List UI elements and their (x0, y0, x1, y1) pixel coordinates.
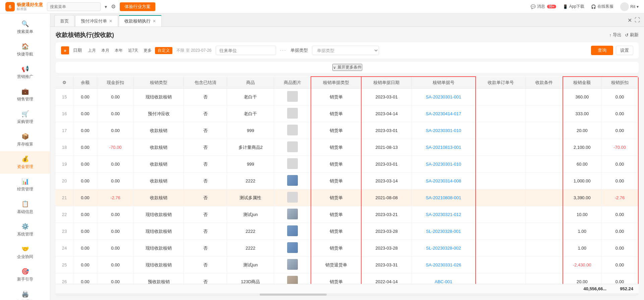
bill-date-cell: 2023-03-14 (361, 173, 411, 189)
logo-area: 6 畅捷通好生意 标准版 (5, 2, 43, 11)
include-settled-cell: 否 (184, 89, 227, 105)
custom-date-btn[interactable]: 自定义 (155, 47, 172, 54)
sidebar-item-corp-collab[interactable]: 🤝 企业协同 (0, 241, 50, 264)
this-month-btn[interactable]: 本月 (99, 47, 111, 54)
bill-no-link[interactable]: SA-20230301-001 (426, 94, 461, 99)
writeoff-discount-cell: 0.00 (601, 223, 638, 240)
goods-cell: 999 (227, 156, 274, 173)
beginner-icon: 🎯 (21, 268, 29, 275)
refresh-btn[interactable]: ↺ 刷新 (625, 32, 639, 38)
goods-cell: 测试jun (227, 206, 274, 223)
tab-collection[interactable]: 收款核销执行 ✕ (119, 15, 162, 27)
tab-prepay-close-icon[interactable]: ✕ (109, 19, 112, 24)
receipt-type-select[interactable]: 单据类型 (312, 46, 379, 55)
export-btn[interactable]: ↑ 导出 (609, 32, 622, 38)
export-icon: ↑ (609, 33, 612, 38)
sidebar-item-inventory[interactable]: 📦 库存核算 (0, 129, 50, 151)
settings-gear-btn[interactable]: ⚙ (111, 3, 116, 10)
include-settled-cell: 否 (184, 240, 227, 257)
bill-type-cell: 销货单 (311, 223, 361, 240)
bill-no-link[interactable]: SA-20210813-001 (426, 145, 461, 150)
sidebar-item-sales[interactable]: 💼 销售管理 (0, 84, 50, 106)
goods-img-cell (274, 89, 311, 105)
goods-img-cell (274, 189, 311, 206)
tab-close-all-btn[interactable]: ✕ (628, 17, 632, 23)
horizontal-scrollbar[interactable] (56, 293, 639, 296)
bill-no-link[interactable]: SL-20230328-001 (426, 229, 461, 234)
sidebar-item-base-info[interactable]: 📋 基础信息 (0, 196, 50, 219)
bill-no-link[interactable]: SA-20230314-008 (426, 178, 461, 183)
bill-no-link[interactable]: SL-20230328-002 (426, 246, 461, 251)
bill-no-link[interactable]: SA-20230301-010 (426, 162, 461, 167)
chevron-down-btn[interactable]: ▾ (105, 4, 107, 9)
sidebar-item-beginner[interactable]: 🎯 新手引导 (0, 264, 50, 286)
writeoff-amount-cell: 1.00 (563, 240, 601, 257)
bill-no-cell[interactable]: SA-20230301-001 (412, 89, 476, 105)
finance-icon: 💰 (21, 155, 29, 163)
writeoff-type-cell: 现结收款核销 (134, 223, 184, 240)
col-writeoff-amount: 核销金额 (563, 77, 601, 89)
bill-no-link[interactable]: SA-20230321-012 (426, 212, 461, 217)
tab-maximize-btn[interactable]: ⛶ (635, 17, 640, 23)
from-unit-input[interactable] (216, 46, 276, 55)
this-year-btn[interactable]: 本年 (113, 47, 125, 54)
app-download-item[interactable]: 📱 App下载 (563, 4, 584, 9)
sidebar-item-marketing[interactable]: 📢 营销推广 (0, 61, 50, 84)
sidebar-item-sys-mgmt[interactable]: ⚙️ 系统管理 (0, 219, 50, 241)
bill-no-link[interactable]: SA-20230331-026 (426, 262, 461, 267)
industry-solution-btn[interactable]: 体验行业方案 (120, 2, 155, 11)
goods-img-cell (274, 240, 311, 257)
bill-no-cell[interactable]: SA-20230414-017 (412, 105, 476, 122)
table-wrapper[interactable]: ⚙ 余额 现金折扣 核销类型 包含已结清 商品 商品图片 核销单据类型 核销单据… (56, 76, 639, 284)
top-search-input[interactable] (47, 2, 101, 11)
bill-no-cell[interactable]: SA-20210808-001 (412, 189, 476, 206)
writeoff-amount-cell: 333.00 (563, 105, 601, 122)
sidebar-item-search[interactable]: 🔍 搜索菜单 (0, 16, 50, 39)
cash-discount-cell: -70.00 (97, 139, 134, 156)
writeoff-discount-cell: -2.76 (601, 189, 638, 206)
bill-no-cell[interactable]: SA-20230321-012 (412, 206, 476, 223)
filter-collapse-btn[interactable]: » (61, 46, 69, 54)
col-writeoff-discount: 核销折扣 (601, 77, 638, 89)
writeoff-type-cell: 收款核销 (134, 139, 184, 156)
bill-no-cell[interactable]: SA-20230331-026 (412, 257, 476, 273)
last-month-btn[interactable]: 上月 (86, 47, 98, 54)
bill-no-cell[interactable]: ABC-001 (412, 273, 476, 284)
writeoff-discount-cell: 0.00 (601, 273, 638, 284)
sidebar-item-smart-hw[interactable]: 🖨️ 智能硬件 (0, 286, 50, 300)
filter-settings-btn[interactable]: 设置 (616, 46, 633, 55)
bill-no-cell[interactable]: SA-20230301-010 (412, 122, 476, 139)
home-icon: 🏠 (21, 43, 29, 50)
sidebar-item-finance[interactable]: 💰 资金管理 (0, 151, 50, 174)
bill-no-link[interactable]: SA-20230301-010 (426, 128, 461, 133)
more-dates-btn[interactable]: 更多 (142, 47, 154, 54)
bill-no-cell[interactable]: SA-20230314-008 (412, 173, 476, 189)
row-number: 26 (56, 273, 73, 284)
scrollbar-thumb[interactable] (260, 294, 327, 296)
query-btn[interactable]: 查询 (591, 46, 613, 55)
table-row: 160.000.00预付冲应收否老白干销货单2023-04-14SA-20230… (56, 105, 638, 122)
bill-no-link[interactable]: ABC-001 (435, 279, 452, 284)
tab-prepay[interactable]: 预付冲应付单 ✕ (75, 15, 118, 27)
sidebar-item-quick-nav[interactable]: 🏠 快捷导航 (0, 39, 50, 61)
tab-home[interactable]: 首页 (54, 15, 74, 27)
bill-no-cell[interactable]: SA-20230301-010 (412, 156, 476, 173)
expand-conditions-btn[interactable]: ∨ 展开更多条件 (332, 64, 362, 71)
row-number: 15 (56, 89, 73, 105)
bill-no-cell[interactable]: SA-20210813-001 (412, 139, 476, 156)
tab-collection-close-icon[interactable]: ✕ (153, 19, 156, 24)
cash-discount-cell: 0.00 (97, 122, 134, 139)
sidebar-item-operations[interactable]: 📊 经营管理 (0, 174, 50, 196)
user-area[interactable]: Rit ▾ (620, 2, 639, 11)
table-row: 200.000.00收款核销否2222销货单2023-03-14SA-20230… (56, 173, 638, 189)
receipt-condition-cell (526, 89, 562, 105)
bill-date-cell: 2022-04-14 (361, 273, 411, 284)
bill-no-cell[interactable]: SL-20230328-001 (412, 223, 476, 240)
sidebar-item-purchase[interactable]: 🛒 采购管理 (0, 106, 50, 129)
online-service-item[interactable]: 🎧 在线客服 (591, 4, 613, 9)
notification-item[interactable]: 💬 消息 99+ (531, 4, 556, 9)
bill-no-link[interactable]: SA-20210808-001 (426, 195, 461, 200)
last-7-days-btn[interactable]: 近7天 (126, 47, 141, 54)
bill-no-link[interactable]: SA-20230414-017 (426, 111, 461, 116)
bill-no-cell[interactable]: SL-20230328-002 (412, 240, 476, 257)
